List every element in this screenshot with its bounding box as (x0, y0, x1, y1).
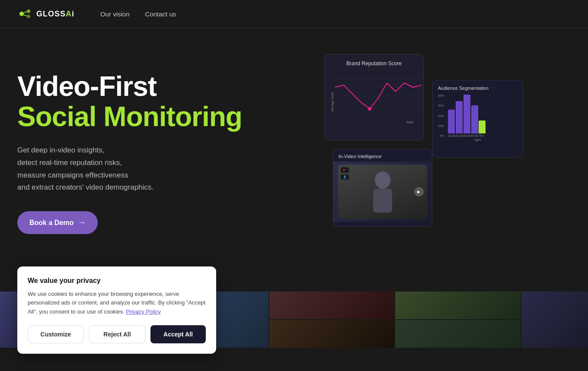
bar-chart-area: 18-26 25-34 35-44 45-54 (446, 94, 487, 137)
hero-desc-line2: detect real-time reputation risks, (17, 159, 122, 167)
bar-group-55plus: 55+ (479, 120, 486, 137)
bar-chart-yaxis: 40% 30% 20% 10% 0% (438, 94, 446, 137)
brand-reputation-card: Brand Reputation Score days dama (324, 54, 424, 140)
hero-desc-line4: and extract creators' video demographics… (17, 183, 153, 191)
video-person: ♥ 👤 ▶ (338, 165, 427, 219)
svg-point-1 (27, 10, 30, 13)
bar-group-1826: 18-26 (447, 110, 455, 137)
brand-reputation-title: Brand Reputation Score (331, 60, 417, 67)
thumb-4-stack (269, 292, 394, 348)
person-silhouette (365, 168, 400, 216)
brand-chart-area: days damage score (331, 70, 417, 126)
privacy-policy-link[interactable]: Privacy Policy (126, 308, 161, 315)
thumb-5a (395, 292, 520, 319)
navbar: GLOSSAi Our vision Contact us (0, 0, 588, 28)
nav-link-our-vision[interactable]: Our vision (100, 10, 130, 18)
hero-description: Get deep in-video insights, detect real-… (17, 144, 277, 194)
bar-group-2534: 25-34 (455, 101, 463, 137)
nav-links: Our vision Contact us (100, 10, 176, 18)
hero-desc-line3: measure campaigns effectiveness (17, 171, 128, 179)
yaxis-30: 30% (438, 104, 444, 107)
yaxis-40: 40% (438, 94, 444, 97)
audience-segmentation-card: Audience Segmentation 40% 30% 20% 10% 0%… (432, 80, 523, 158)
profile-icon: 👤 (343, 175, 347, 179)
audience-segmentation-title: Audience Segmentation (438, 86, 518, 91)
video-placeholder: ♥ 👤 ▶ (333, 162, 432, 222)
thumb-5b (395, 320, 520, 348)
reject-all-button[interactable]: Reject All (89, 325, 145, 343)
book-demo-button[interactable]: Book a Demo → (17, 211, 98, 234)
brand-chart-svg (335, 70, 422, 117)
thumb-4b (269, 320, 394, 348)
cookie-body: We use cookies to enhance your browsing … (28, 290, 206, 317)
book-demo-label: Book a Demo (29, 219, 74, 227)
in-video-card: In-Video Intelligence ♥ (333, 149, 432, 227)
accept-all-button[interactable]: Accept All (150, 325, 206, 343)
hero-desc-line1: Get deep in-video insights, (17, 146, 104, 154)
bar-label-2534: 25-34 (455, 134, 463, 137)
bar-2534 (456, 101, 463, 133)
svg-point-9 (368, 107, 371, 111)
play-button-overlay[interactable]: ▶ (414, 187, 424, 197)
chart-x-label: days (331, 120, 414, 124)
hero-section: Video-First Social Monitoring Get deep i… (0, 28, 588, 287)
svg-rect-11 (373, 189, 392, 212)
bar-55plus (479, 120, 486, 133)
hero-title-line2: Social Monitoring (17, 101, 277, 132)
yaxis-0: 0% (440, 134, 444, 137)
dashboard-cards: Brand Reputation Score days dama (324, 54, 523, 227)
svg-point-10 (375, 171, 390, 189)
thumb-6-inner (521, 292, 588, 348)
cookie-buttons: Customize Reject All Accept All (28, 325, 206, 343)
bar-3544 (463, 95, 470, 133)
play-icon: ▶ (417, 190, 420, 194)
in-video-title: In-Video Intelligence (333, 149, 432, 162)
thumbnail-6 (521, 292, 588, 348)
thumb-4a (269, 292, 394, 319)
customize-button[interactable]: Customize (28, 325, 84, 343)
cookie-title: We value your privacy (28, 277, 206, 285)
thumb-5-stack (395, 292, 520, 348)
svg-point-2 (27, 15, 30, 18)
hero-title-line1: Video-First (17, 71, 277, 101)
hero-left: Video-First Social Monitoring Get deep i… (17, 63, 277, 234)
bar-label-3544: 35-44 (463, 134, 471, 137)
cookie-consent-banner: We value your privacy We use cookies to … (17, 266, 216, 354)
svg-point-0 (19, 12, 24, 16)
cookie-body-text: We use cookies to enhance your browsing … (28, 291, 205, 315)
logo-text: GLOSSAi (36, 10, 74, 19)
heart-icon: ♥ (343, 168, 345, 172)
bar-1826 (448, 110, 455, 133)
arrow-right-icon: → (78, 218, 86, 227)
svg-line-3 (23, 12, 27, 13)
thumbnail-4 (269, 292, 394, 348)
bar-label-1826: 18-26 (447, 134, 455, 137)
bar-group-3544: 35-44 (463, 95, 471, 137)
svg-line-4 (23, 15, 27, 16)
hero-right: Brand Reputation Score days dama (277, 63, 571, 235)
bar-label-55plus: 55+ (479, 134, 485, 137)
bar-group-4554: 45-54 (471, 105, 479, 137)
logo-icon (17, 6, 33, 22)
bar-4554 (471, 105, 478, 133)
in-video-content: ♥ 👤 ▶ (333, 162, 432, 222)
logo[interactable]: GLOSSAi (17, 6, 74, 22)
video-overlay-icons: ♥ 👤 (341, 167, 349, 180)
bar-label-4554: 45-54 (471, 134, 479, 137)
thumbnail-5 (395, 292, 520, 348)
audience-x-label: ages (438, 138, 518, 141)
profile-badge: 👤 (341, 174, 349, 180)
chart-y-label: damage score (331, 92, 334, 111)
yaxis-10: 10% (438, 124, 444, 127)
nav-link-contact-us[interactable]: Contact us (145, 10, 176, 18)
bar-chart-wrapper: 40% 30% 20% 10% 0% 18-26 25-34 (438, 94, 518, 137)
yaxis-20: 20% (438, 114, 444, 117)
heart-badge: ♥ (341, 167, 349, 173)
